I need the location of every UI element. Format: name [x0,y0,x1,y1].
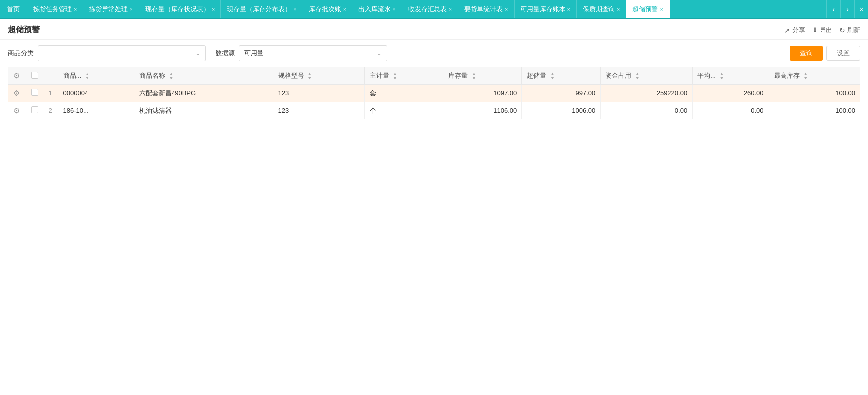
row-code: 186-10... [58,102,134,119]
nav-tab-close[interactable]: × [343,6,346,12]
table-row: ⚙ 1 0000004 六配套新昌490BPG 123 套 1097.00 99… [8,84,860,102]
nav-tab-tab8[interactable]: 要货单统计表× [458,0,514,19]
nav-tab-label: 要货单统计表 [464,5,503,14]
nav-tab-label: 出入库流水 [358,5,391,14]
sort-arrows-capital[interactable]: ▲ ▼ [635,72,640,80]
row-name: 六配套新昌490BPG [134,84,273,102]
col-capital-header: 资金占用 ▲ ▼ [601,67,693,84]
nav-tab-close[interactable]: × [505,6,508,12]
nav-tab-label: 超储预警 [632,5,658,14]
col-spec-header: 规格型号 ▲ ▼ [273,67,365,84]
nav-tab-close[interactable]: × [617,6,620,12]
nav-tab-tab1[interactable]: 拣货任务管理× [27,0,83,19]
query-button[interactable]: 查询 [790,46,823,61]
page-header: 超储预警 ➚ 分享 ⇓ 导出 ↻ 刷新 [0,19,868,40]
nav-tab-close[interactable]: × [449,6,452,12]
sort-arrows-stock[interactable]: ▲ ▼ [472,72,476,80]
share-label: 分享 [792,26,805,35]
col-rownum-header [43,67,58,84]
nav-tab-close[interactable]: × [567,6,570,12]
table-body: ⚙ 1 0000004 六配套新昌490BPG 123 套 1097.00 99… [8,84,860,119]
nav-tab-close[interactable]: × [660,6,663,12]
top-navigation: 首页 拣货任务管理×拣货异常处理×现存量（库存状况表）×现存量（库存分布表）×库… [0,0,868,19]
sort-arrows-maxstock[interactable]: ▲ ▼ [803,72,808,80]
nav-tab-tab11[interactable]: 超储预警× [626,0,669,19]
select-all-checkbox[interactable] [31,72,38,79]
row-spec: 123 [273,102,365,119]
nav-tab-close[interactable]: × [392,6,395,12]
sort-arrows-name[interactable]: ▲ ▼ [169,72,174,80]
col-unit-header: 主计量 ▲ ▼ [365,67,443,84]
header-actions: ➚ 分享 ⇓ 导出 ↻ 刷新 [784,26,860,35]
datasource-dropdown-icon: ⌄ [377,50,382,57]
nav-tab-label: 现存量（库存分布表） [227,5,291,14]
sort-arrows-spec[interactable]: ▲ ▼ [307,72,312,80]
page-title: 超储预警 [8,25,40,35]
sort-arrows-code[interactable]: ▲ ▼ [85,72,89,80]
category-dropdown-icon: ⌄ [195,50,200,57]
row-settings-icon[interactable]: ⚙ [13,106,20,115]
export-button[interactable]: ⇓ 导出 [812,26,832,35]
refresh-label: 刷新 [847,26,860,35]
nav-tab-tab10[interactable]: 保质期查询× [577,0,626,19]
data-table: ⚙ 商品... ▲ ▼ 商品名称 [8,67,860,119]
nav-tab-label: 保质期查询 [583,5,615,14]
category-select[interactable]: ⌄ [38,45,206,61]
row-checkbox[interactable] [31,89,38,96]
row-settings-icon[interactable]: ⚙ [13,89,20,97]
sort-arrows-avg[interactable]: ▲ ▼ [720,72,724,80]
share-icon: ➚ [784,26,790,34]
row-checkbox-cell [26,84,43,102]
nav-tab-label: 现存量（库存状况表） [145,5,210,14]
nav-tab-tab2[interactable]: 拣货异常处理× [83,0,139,19]
nav-arrow-close[interactable]: × [854,0,868,19]
nav-tab-tab6[interactable]: 出入库流水× [352,0,402,19]
row-checkbox[interactable] [31,106,38,113]
datasource-select[interactable]: 可用量 ⌄ [239,45,387,61]
nav-arrow-right[interactable]: › [840,0,854,19]
nav-tab-tab9[interactable]: 可用量库存账本× [515,0,577,19]
row-gear-cell: ⚙ [8,84,26,102]
export-icon: ⇓ [812,26,818,34]
nav-tab-label: 拣货异常处理 [89,5,128,14]
sort-arrows-unit[interactable]: ▲ ▼ [393,72,397,80]
row-unit: 套 [365,84,443,102]
row-number: 1 [43,84,58,102]
nav-home[interactable]: 首页 [0,0,27,19]
row-capital: 259220.00 [601,84,693,102]
row-stock: 1106.00 [443,102,522,119]
refresh-button[interactable]: ↻ 刷新 [839,26,860,35]
row-name: 机油滤清器 [134,102,273,119]
col-name-header: 商品名称 ▲ ▼ [134,67,273,84]
settings-button[interactable]: 设置 [826,46,860,61]
nav-tab-tab5[interactable]: 库存批次账× [303,0,352,19]
row-number: 2 [43,102,58,119]
nav-tab-tab4[interactable]: 现存量（库存分布表）× [221,0,303,19]
row-checkbox-cell [26,102,43,119]
nav-tab-close[interactable]: × [293,6,296,12]
col-checkbox-header [26,67,43,84]
row-code: 0000004 [58,84,134,102]
datasource-select-text: 可用量 [244,49,263,58]
filter-actions: 查询 设置 [790,46,860,61]
row-avg: 260.00 [693,84,769,102]
datasource-filter-group: 数据源 可用量 ⌄ [216,45,387,61]
sort-arrows-over[interactable]: ▲ ▼ [550,72,555,80]
nav-tab-close[interactable]: × [130,6,132,12]
nav-tab-close[interactable]: × [74,6,77,12]
datasource-label: 数据源 [216,49,235,58]
share-button[interactable]: ➚ 分享 [784,26,805,35]
nav-tab-tab7[interactable]: 收发存汇总表× [402,0,458,19]
category-label: 商品分类 [8,49,34,58]
nav-tab-label: 库存批次账 [309,5,341,14]
nav-arrow-left[interactable]: ‹ [826,0,840,19]
col-maxstock-header: 最高库存 ▲ ▼ [769,67,860,84]
settings-gear-icon[interactable]: ⚙ [13,71,20,79]
table-header: ⚙ 商品... ▲ ▼ 商品名称 [8,67,860,84]
nav-tab-close[interactable]: × [212,6,215,12]
row-over: 997.00 [522,84,601,102]
nav-tab-label: 收发存汇总表 [408,5,447,14]
nav-tabs: 拣货任务管理×拣货异常处理×现存量（库存状况表）×现存量（库存分布表）×库存批次… [27,0,826,19]
nav-tab-tab3[interactable]: 现存量（库存状况表）× [139,0,221,19]
category-filter-group: 商品分类 ⌄ [8,45,206,61]
